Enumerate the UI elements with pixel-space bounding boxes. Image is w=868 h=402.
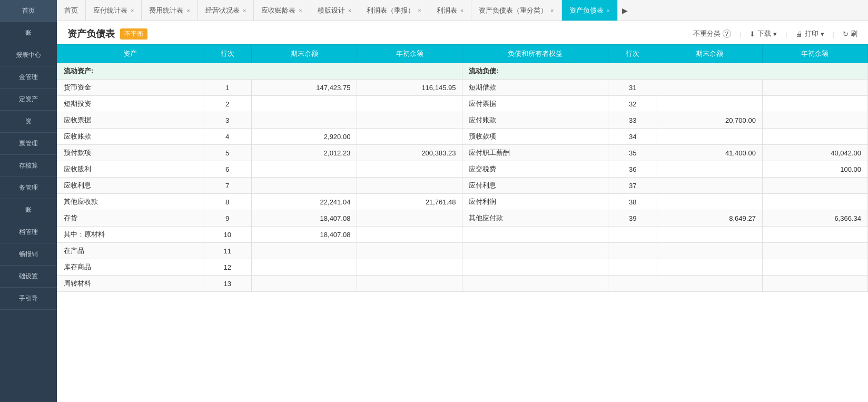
row-number2: 32 — [608, 96, 657, 112]
year-start-balance2 — [762, 227, 867, 243]
row-number: 3 — [203, 112, 252, 129]
end-balance2 — [657, 129, 762, 145]
liability-name: 应付利息 — [462, 178, 608, 194]
sidebar-item-expense[interactable]: 畅报销 — [0, 243, 57, 266]
sidebar-item-account[interactable]: 账 — [0, 22, 57, 44]
table-row: 短期投资 2 应付票据 32 — [57, 96, 868, 112]
year-start-balance2 — [762, 129, 867, 145]
row-number: 12 — [203, 259, 252, 276]
table-row: 货币资金 1 147,423.75 116,145.95 短期借款 31 — [57, 80, 868, 96]
sidebar-item-fund[interactable]: 金管理 — [0, 66, 57, 89]
tab-payable-stats[interactable]: 应付统计表 × — [86, 0, 142, 21]
unbalanced-badge: 不平衡 — [120, 28, 147, 40]
asset-name: 应收股利 — [57, 161, 203, 178]
close-tab-operation-status[interactable]: × — [243, 7, 246, 14]
sidebar-item-fixed-assets[interactable]: 定资产 — [0, 89, 57, 111]
row-number2 — [608, 243, 657, 259]
end-balance2 — [657, 80, 762, 96]
liability-name: 应付职工薪酬 — [462, 145, 608, 161]
download-button[interactable]: ⬇ 下载 ▾ — [749, 29, 777, 38]
liability-name — [462, 243, 608, 259]
sidebar-item-guide[interactable]: 手引导 — [0, 288, 57, 310]
year-start-balance2: 6,366.34 — [762, 210, 867, 227]
end-balance — [252, 259, 357, 276]
sidebar-item-investment[interactable]: 资 — [0, 111, 57, 133]
sidebar-item-ledger[interactable]: 账 — [0, 199, 57, 221]
sidebar-item-home[interactable]: 首页 — [0, 0, 57, 22]
row-number2 — [608, 227, 657, 243]
col-row-num: 行次 — [203, 45, 252, 63]
tab-operation-status[interactable]: 经营状况表 × — [198, 0, 254, 21]
liability-name — [462, 259, 608, 276]
tab-template-design[interactable]: 模版设计 × — [310, 0, 359, 21]
page-header: 资产负债表 不平衡 不重分类 ? | ⬇ 下载 ▾ | 🖨 打印 ▾ — [57, 21, 868, 44]
row-number2: 33 — [608, 112, 657, 129]
end-balance2 — [657, 161, 762, 178]
sidebar-item-reports[interactable]: 报表中心 — [0, 44, 57, 66]
year-start-balance — [357, 112, 462, 129]
close-tab-receivable-aging[interactable]: × — [299, 7, 302, 14]
year-start-balance2 — [762, 276, 867, 292]
asset-name: 货币资金 — [57, 80, 203, 96]
row-number: 8 — [203, 194, 252, 210]
sidebar-item-inventory[interactable]: 存核算 — [0, 155, 57, 177]
row-number: 1 — [203, 80, 252, 96]
year-start-balance — [357, 259, 462, 276]
year-start-balance2 — [762, 178, 867, 194]
tab-cost-stats[interactable]: 费用统计表 × — [142, 0, 198, 21]
tab-home[interactable]: 首页 — [57, 0, 86, 21]
year-start-balance — [357, 178, 462, 194]
close-tab-payable-stats[interactable]: × — [131, 7, 134, 14]
tab-receivable-aging[interactable]: 应收账龄表 × — [254, 0, 310, 21]
col-year-start: 年初余额 — [357, 45, 462, 63]
close-tab-profit-quarterly[interactable]: × — [418, 7, 421, 14]
end-balance2 — [657, 243, 762, 259]
end-balance: 22,241.04 — [252, 194, 357, 210]
end-balance — [252, 276, 357, 292]
table-row: 流动资产: 流动负债: — [57, 63, 868, 80]
asset-name: 短期投资 — [57, 96, 203, 112]
sidebar-item-archive[interactable]: 档管理 — [0, 221, 57, 243]
tab-balance-sheet[interactable]: 资产负债表 × — [562, 0, 618, 21]
year-start-balance — [357, 129, 462, 145]
sidebar-item-ticket[interactable]: 票管理 — [0, 133, 57, 155]
table-row: 预付款项 5 2,012.23 200,383.23 应付职工薪酬 35 41,… — [57, 145, 868, 161]
close-tab-profit[interactable]: × — [460, 7, 463, 14]
category-select[interactable]: 不重分类 ? — [693, 29, 731, 38]
asset-name: 其他应收款 — [57, 194, 203, 210]
year-start-balance: 21,761.48 — [357, 194, 462, 210]
sidebar-item-tax[interactable]: 务管理 — [0, 177, 57, 199]
refresh-icon: ↻ — [843, 30, 849, 38]
tab-profit[interactable]: 利润表 × — [429, 0, 471, 21]
liability-name: 应付票据 — [462, 96, 608, 112]
print-chevron-icon: ▾ — [821, 30, 824, 38]
sidebar-item-settings[interactable]: 础设置 — [0, 266, 57, 288]
close-tab-balance-sheet[interactable]: × — [607, 7, 610, 14]
asset-name: 预付款项 — [57, 145, 203, 161]
download-chevron-icon: ▾ — [773, 30, 777, 38]
end-balance2 — [657, 194, 762, 210]
help-icon[interactable]: ? — [723, 30, 731, 38]
page-title-area: 资产负债表 不平衡 — [67, 27, 147, 40]
close-tab-template-design[interactable]: × — [348, 7, 351, 14]
refresh-button[interactable]: ↻ 刷 — [843, 29, 857, 38]
col-end-balance: 期末余额 — [252, 45, 357, 63]
row-number: 13 — [203, 276, 252, 292]
close-tab-cost-stats[interactable]: × — [186, 7, 190, 14]
print-button[interactable]: 🖨 打印 ▾ — [796, 29, 824, 38]
table-row: 应收账款 4 2,920.00 预收款项 34 — [57, 129, 868, 145]
end-balance2 — [657, 276, 762, 292]
tab-profit-quarterly[interactable]: 利润表（季报） × — [359, 0, 429, 21]
row-number2: 37 — [608, 178, 657, 194]
row-number: 4 — [203, 129, 252, 145]
liability-name: 应付账款 — [462, 112, 608, 129]
section-left-label: 流动资产: — [57, 63, 462, 80]
asset-name: 应收利息 — [57, 178, 203, 194]
tab-balance-reclassified[interactable]: 资产负债表（重分类） × — [471, 0, 561, 21]
table-header-row: 资产 行次 期末余额 年初余额 负债和所有者权益 行次 期末余额 年初余额 — [57, 45, 868, 63]
tab-bar: 首页 应付统计表 × 费用统计表 × 经营状况表 × 应收账龄表 × 模版设计 … — [57, 0, 868, 21]
tab-scroll-right-icon[interactable]: ▶ — [618, 6, 632, 15]
close-tab-balance-reclassified[interactable]: × — [550, 7, 554, 14]
asset-name: 库存商品 — [57, 259, 203, 276]
divider-2: | — [785, 30, 787, 38]
